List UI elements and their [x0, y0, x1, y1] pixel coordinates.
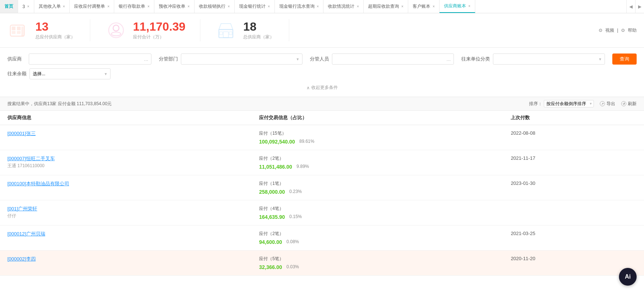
search-field-unit-category: 往来单位分类 ▼: [461, 54, 605, 65]
col-header-supplier: 供应商信息: [7, 114, 259, 121]
department-label: 分管部门: [159, 56, 178, 62]
search-field-manager: 分管人员 ...: [310, 54, 454, 65]
close-tab-other-income[interactable]: ×: [63, 4, 65, 8]
nav-right-arrow[interactable]: ▶: [635, 0, 644, 13]
manager-dots[interactable]: ...: [447, 56, 451, 62]
refresh-link[interactable]: ↺ 刷新: [621, 101, 637, 107]
close-tab-collect-stat[interactable]: ×: [357, 4, 359, 8]
tab-prepay-ar[interactable]: 预收冲应收单 ×: [154, 0, 195, 13]
nav-left-arrow[interactable]: ◀: [626, 0, 635, 13]
unit-category-select[interactable]: [493, 54, 605, 65]
close-tab-ar-adjust[interactable]: ×: [107, 4, 109, 8]
top-navigation: 首页 3 × 其他收入单 × 应收应付调整单 × 银行存取款单 × 预收冲应收单…: [0, 0, 644, 13]
stats-bar: 13 总应付供应商（家） 11,170.39 应付合计（万）: [0, 13, 644, 48]
supplier-input-wrapper: ...: [29, 54, 151, 65]
supplier-dots[interactable]: ...: [144, 56, 148, 62]
lastpay-cell-4: 2021-03-25: [511, 231, 637, 236]
refresh-label: 刷新: [628, 101, 637, 107]
supplier-cell-2: [000100]本特勒油品有限公司: [7, 180, 259, 188]
supplier-link-2[interactable]: [000100]本特勒油品有限公司: [7, 180, 259, 187]
stat-info-payable-amount: 11,170.39 应付合计（万）: [133, 21, 185, 40]
close-tab-collect-exec[interactable]: ×: [228, 4, 230, 8]
col-header-transaction: 应付交易信息（占比）: [259, 114, 511, 121]
stat-number-total-suppliers: 18: [243, 21, 274, 32]
svg-rect-1: [12, 27, 15, 30]
separator: |: [617, 28, 618, 33]
svg-rect-4: [17, 31, 21, 34]
stat-number-payable-suppliers: 13: [35, 21, 75, 32]
col-header-lastpay: 上次付数: [511, 114, 637, 121]
tab-supplier-ledger[interactable]: 供应商账本 ×: [440, 0, 475, 13]
trans-amount-4: 94,600.00: [259, 239, 282, 245]
table-row: [000007]恒旺二手叉车 王通 17106110000 应付（2笔） 11,…: [0, 150, 644, 175]
collapse-row: ∧ 收起更多条件: [7, 83, 637, 94]
video-icon: ⊙: [599, 28, 602, 33]
trans-label-3: 应付（4笔）: [259, 206, 511, 212]
search-field-department: 分管部门 ▼: [159, 54, 303, 65]
close-tab-cash-flow[interactable]: ×: [317, 4, 319, 8]
balance-select[interactable]: 选择...: [29, 68, 111, 79]
stat-icon-store: [215, 19, 237, 41]
stat-info-payable-suppliers: 13 总应付供应商（家）: [35, 21, 75, 40]
supplier-cell-0: [000001]张三: [7, 130, 259, 138]
close-tab-bank-deposit[interactable]: ×: [147, 4, 150, 8]
tab-other-income[interactable]: 其他收入单 ×: [34, 0, 70, 13]
tab-home[interactable]: 首页: [0, 0, 18, 13]
trans-label-0: 应付（15笔）: [259, 130, 511, 137]
result-summary: 搜索结果中，供应商13家 应付金额 111,703,854.00元: [7, 101, 112, 107]
stat-icon-amount: [105, 19, 127, 41]
tab-cash-flow[interactable]: 现金银行流水查询 ×: [275, 0, 324, 13]
manager-input-wrapper: ...: [332, 54, 454, 65]
supplier-link-3[interactable]: [001]广州荣轩: [7, 206, 259, 212]
svg-rect-5: [21, 27, 24, 36]
close-tab-supplier-ledger[interactable]: ×: [468, 4, 470, 8]
table-body: [000001]张三 应付（15笔） 100,092,540.00 89.61%…: [0, 125, 644, 293]
supplier-link-4[interactable]: [000012]广州贝瑞: [7, 231, 259, 237]
svg-point-8: [111, 32, 121, 36]
supplier-input[interactable]: [29, 54, 151, 65]
supplier-link-5[interactable]: [000002]李四: [7, 256, 259, 262]
help-icon: ⊙: [621, 28, 625, 33]
tab-ar-adjust[interactable]: 应收应付调整单 ×: [70, 0, 114, 13]
tab-customer-ledger[interactable]: 客户账本 ×: [408, 0, 440, 13]
stat-info-total-suppliers: 18 总供应商（家）: [243, 21, 274, 40]
tab-3[interactable]: 3 ×: [18, 0, 34, 13]
help-link[interactable]: 帮助: [628, 27, 637, 34]
sort-select[interactable]: 按应付余额倒序排序: [544, 100, 594, 107]
table-row: [000001]张三 应付（15笔） 100,092,540.00 89.61%…: [0, 125, 644, 150]
supplier-link-0[interactable]: [000001]张三: [7, 130, 259, 137]
export-link[interactable]: ↗ 导出: [600, 101, 615, 107]
balance-label: 往来余额: [7, 70, 27, 77]
search-field-balance: 往来余额 选择... ▼: [7, 68, 111, 79]
result-bar: 搜索结果中，供应商13家 应付金额 111,703,854.00元 排序： 按应…: [0, 97, 644, 111]
close-tab-customer-ledger[interactable]: ×: [433, 4, 435, 8]
manager-input[interactable]: [332, 54, 454, 65]
tab-bank-deposit[interactable]: 银行存取款单 ×: [114, 0, 154, 13]
trans-pct-1: 9.89%: [297, 164, 309, 169]
close-tab-cash-bank-stat[interactable]: ×: [268, 4, 270, 8]
department-select[interactable]: [181, 54, 303, 65]
close-tab-overdue-ar[interactable]: ×: [401, 4, 403, 8]
trans-label-1: 应付（2笔）: [259, 155, 511, 162]
tab-collect-exec[interactable]: 收款核销执行 ×: [195, 0, 235, 13]
collapse-button[interactable]: ∧ 收起更多条件: [307, 85, 338, 91]
sort-section: 排序： 按应付余额倒序排序 ▼: [529, 100, 594, 107]
close-tab-3[interactable]: ×: [27, 4, 29, 8]
nav-arrows: ◀ ▶: [626, 0, 644, 13]
trans-amount-2: 258,000.00: [259, 189, 285, 195]
stat-number-payable-amount: 11,170.39: [133, 21, 185, 32]
supplier-cell-4: [000012]广州贝瑞: [7, 231, 259, 238]
trans-pct-4: 0.08%: [286, 239, 299, 244]
query-button[interactable]: 查询: [612, 54, 637, 65]
svg-rect-12: [229, 32, 232, 35]
tab-overdue-ar[interactable]: 超期应收款查询 ×: [364, 0, 408, 13]
close-tab-prepay-ar[interactable]: ×: [188, 4, 190, 8]
tab-cash-bank-stat[interactable]: 现金银行统计 ×: [235, 0, 275, 13]
supplier-link-1[interactable]: [000007]恒旺二手叉车: [7, 155, 259, 162]
video-link[interactable]: 视频: [605, 27, 614, 34]
transaction-cell-3: 应付（4笔） 164,635.90 0.15%: [259, 206, 511, 220]
export-icon: ↗: [600, 101, 605, 106]
table-container: 供应商信息 应付交易信息（占比） 上次付数 [000001]张三 应付（15笔）…: [0, 111, 644, 293]
tab-collect-stat[interactable]: 收款情况统计 ×: [323, 0, 364, 13]
ai-badge[interactable]: Ai: [619, 268, 637, 286]
